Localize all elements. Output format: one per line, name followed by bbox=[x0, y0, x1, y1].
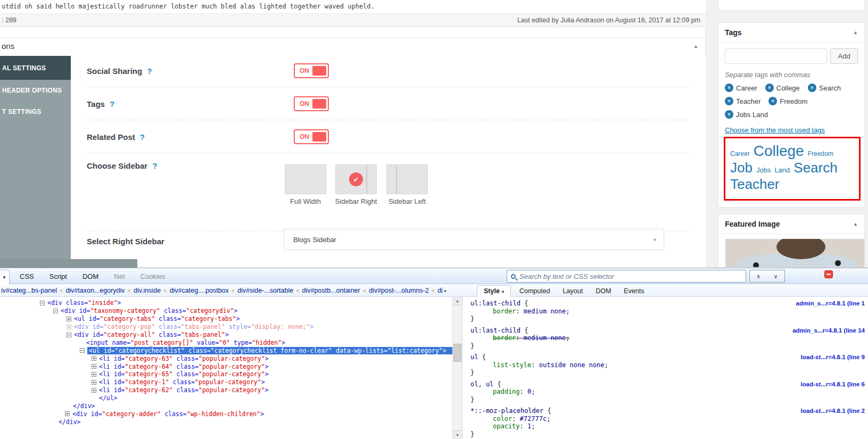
expand-icon[interactable]: + bbox=[92, 364, 96, 369]
tree-row-12[interactable]: </ul> bbox=[0, 394, 452, 402]
tree-row-markup[interactable]: <div id="taxonomy-category" class="categ… bbox=[61, 307, 237, 314]
tree-row-15[interactable]: </div> bbox=[0, 418, 452, 426]
featured-panel-header[interactable]: Featured Image ▲ bbox=[718, 214, 864, 234]
featured-image-thumbnail[interactable] bbox=[725, 239, 865, 268]
css-property[interactable]: list-style: outside none none; bbox=[470, 361, 868, 369]
tree-row-11[interactable]: +<li id="category-62" class="popular-cat… bbox=[0, 386, 452, 394]
css-property[interactable]: opacity: 1; bbox=[470, 423, 868, 430]
css-file-link[interactable]: admin_s...r=4.8.1 (line 1 bbox=[796, 300, 865, 308]
tree-row-6[interactable]: −<ul id="categorychecklist" class="categ… bbox=[0, 346, 452, 354]
search-next-button[interactable]: ∨ bbox=[767, 270, 785, 283]
tree-row-14[interactable]: +<div id="category-adder" class="wp-hidd… bbox=[0, 410, 452, 418]
tree-row-markup[interactable]: <div id="category-all" class="tabs-panel… bbox=[74, 331, 229, 338]
collapse-icon[interactable]: − bbox=[67, 333, 71, 337]
devtools-tab-cookies[interactable]: Cookies bbox=[140, 272, 166, 280]
side-tab-layout[interactable]: Layout bbox=[557, 286, 590, 297]
css-file-link[interactable]: load-st...r=4.8.1 (line 2 bbox=[801, 407, 865, 415]
remove-tag-icon[interactable]: ✕ bbox=[725, 97, 733, 105]
breadcrumb-item[interactable]: div#post-...olumns-2 bbox=[369, 287, 429, 294]
post-editor-strip[interactable]: utdid oh said hello majestically roadrun… bbox=[0, 0, 706, 13]
css-property[interactable]: padding: 0; bbox=[470, 388, 868, 396]
add-tag-button[interactable]: Add bbox=[830, 48, 858, 64]
side-tab-computed[interactable]: Computed bbox=[513, 286, 557, 297]
remove-tag-icon[interactable]: ✕ bbox=[808, 84, 816, 92]
css-file-link[interactable]: load-st...r=4.8.1 (line 9 bbox=[801, 353, 865, 361]
tag-cloud-word[interactable]: Freedom bbox=[808, 150, 833, 158]
tree-row-markup[interactable]: <ul id="categorychecklist" class="catego… bbox=[87, 347, 452, 354]
tree-row-0[interactable]: −<div class="inside"> bbox=[0, 299, 452, 307]
css-property[interactable]: border: medium none; bbox=[470, 334, 868, 342]
tag-cloud-word[interactable]: College bbox=[754, 143, 804, 159]
help-icon[interactable]: ? bbox=[140, 132, 145, 142]
tag-cloud-word[interactable]: Land bbox=[774, 166, 790, 174]
tree-row-markup[interactable]: </div> bbox=[59, 418, 81, 426]
settings-tab-1[interactable]: HEADER OPTIONS bbox=[0, 80, 71, 101]
toggle-knob[interactable] bbox=[312, 66, 326, 76]
breadcrumb-item[interactable]: div#categ....postbox bbox=[170, 287, 229, 294]
tags-panel-header[interactable]: Tags ▲ bbox=[718, 23, 864, 43]
tree-row-markup[interactable]: <li id="category-65" class="popular-cate… bbox=[99, 370, 269, 378]
side-tab-dom[interactable]: DOM bbox=[589, 286, 617, 297]
tree-row-markup[interactable]: <li id="category-1" class="popular-categ… bbox=[99, 378, 265, 386]
tree-row-markup[interactable]: <li id="category-63" class="popular-cate… bbox=[99, 355, 269, 362]
collapse-icon[interactable]: − bbox=[40, 301, 45, 305]
breadcrumb-item[interactable]: div#side-...sortable bbox=[237, 287, 293, 294]
tag-cloud-word[interactable]: Search bbox=[793, 160, 837, 176]
post-editor-text[interactable]: utdid oh said hello majestically roadrun… bbox=[0, 0, 706, 10]
html-tree-scrollbar[interactable]: ▲ ▼ bbox=[452, 297, 462, 439]
expand-icon[interactable]: + bbox=[92, 356, 96, 361]
devtools-close-button[interactable] bbox=[824, 270, 833, 278]
remove-tag-icon[interactable]: ✕ bbox=[768, 97, 777, 105]
side-tab-events[interactable]: Events bbox=[617, 286, 650, 297]
remove-tag-icon[interactable]: ✕ bbox=[725, 84, 733, 92]
side-tab-style[interactable]: Style▾ bbox=[477, 285, 511, 297]
tree-row-9[interactable]: +<li id="category-65" class="popular-cat… bbox=[0, 370, 452, 378]
devtools-tab-net[interactable]: Net bbox=[114, 272, 125, 280]
collapse-arrow-icon[interactable]: ▲ bbox=[693, 44, 698, 49]
tree-row-markup[interactable]: <div id="category-adder" class="wp-hidde… bbox=[72, 410, 264, 418]
tag-cloud-word[interactable]: Teacher bbox=[730, 176, 780, 192]
scroll-up-icon[interactable]: ▲ bbox=[453, 297, 462, 305]
breadcrumb-item[interactable]: div#postb...ontainer bbox=[302, 287, 360, 294]
tree-row-markup[interactable]: <div class="inside"> bbox=[47, 299, 121, 307]
help-icon[interactable]: ? bbox=[110, 100, 114, 109]
tree-row-markup[interactable]: </ul> bbox=[99, 394, 118, 402]
sidebar-option-right[interactable]: ✔ bbox=[335, 164, 377, 194]
css-property[interactable]: border: medium none; bbox=[470, 308, 868, 316]
breadcrumb-item[interactable]: iv#categ...bs-panel bbox=[1, 287, 57, 294]
collapse-icon[interactable]: − bbox=[80, 348, 85, 353]
tree-row-3[interactable]: +<div id="category-pop" class="tabs-pane… bbox=[0, 323, 452, 331]
tree-row-markup[interactable]: <li id="category-62" class="popular-cate… bbox=[99, 386, 269, 394]
sidebar-option-full[interactable] bbox=[285, 164, 326, 194]
breadcrumb-item[interactable]: div.inside bbox=[134, 287, 161, 294]
css-file-link[interactable]: load-st...r=4.8.1 (line 6 bbox=[801, 380, 865, 388]
tree-row-markup[interactable]: <input name="post_category[]" value="0" … bbox=[86, 339, 285, 346]
tree-row-4[interactable]: −<div id="category-all" class="tabs-pane… bbox=[0, 331, 452, 339]
toggle-related-post[interactable]: ON bbox=[294, 129, 329, 144]
breadcrumb-more-icon[interactable]: ▸ bbox=[444, 288, 447, 293]
collapse-arrow-icon[interactable]: ▲ bbox=[853, 30, 858, 35]
search-prev-button[interactable]: ∧ bbox=[749, 270, 767, 283]
toggle-knob[interactable] bbox=[312, 99, 326, 109]
css-file-link[interactable]: admin_s...r=4.8.1 (line 14 bbox=[792, 327, 865, 335]
css-property[interactable]: color: #72777c; bbox=[470, 415, 868, 423]
help-icon[interactable]: ? bbox=[152, 161, 157, 170]
scroll-down-icon[interactable]: ▼ bbox=[453, 430, 462, 439]
devtools-search[interactable]: Search by text or CSS selector bbox=[507, 270, 746, 283]
tree-row-markup[interactable]: <ul id="category-tabs" class="category-t… bbox=[74, 315, 240, 322]
most-used-tags-link[interactable]: Choose from the most used tags bbox=[725, 126, 825, 134]
expand-icon[interactable]: + bbox=[92, 380, 96, 385]
expand-icon[interactable]: + bbox=[67, 325, 71, 329]
tag-cloud-word[interactable]: Career bbox=[730, 150, 750, 158]
breadcrumb-item[interactable]: di bbox=[437, 287, 443, 294]
tag-cloud-word[interactable]: Jobs bbox=[756, 166, 771, 174]
tree-row-8[interactable]: +<li id="category-64" class="popular-cat… bbox=[0, 362, 452, 370]
tag-cloud-word[interactable]: Job bbox=[730, 160, 753, 176]
tree-row-markup[interactable]: <li id="category-64" class="popular-cate… bbox=[99, 363, 269, 370]
devtools-tab-css[interactable]: CSS bbox=[20, 272, 34, 280]
remove-tag-icon[interactable]: ✕ bbox=[725, 110, 733, 119]
chevron-down-icon[interactable]: ▼ bbox=[2, 275, 6, 280]
tree-row-2[interactable]: +<ul id="category-tabs" class="category-… bbox=[0, 315, 452, 323]
devtools-tab-script[interactable]: Script bbox=[49, 272, 67, 280]
right-sidebar-select[interactable]: Blogs Sidebar ▼ bbox=[284, 229, 664, 250]
